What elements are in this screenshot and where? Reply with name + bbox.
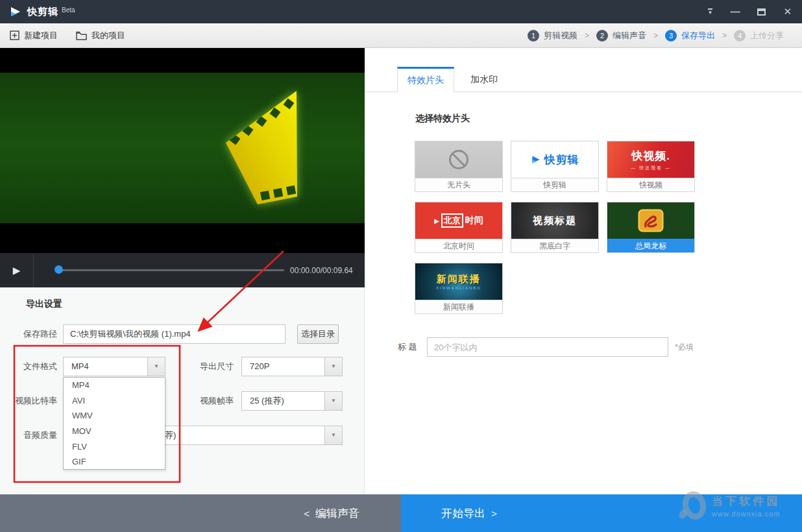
step-separator-icon: >	[653, 31, 658, 40]
intro-label: 快视频	[607, 178, 694, 191]
beijing-boxed-text: 北京	[441, 213, 463, 228]
format-option-gif[interactable]: GIF	[64, 454, 165, 470]
intro-beijing-time[interactable]: ▶ 北京 时间 北京时间	[415, 202, 503, 253]
playback-bar: ▶ 00:00.00/00:09.64	[0, 253, 365, 287]
start-export-button[interactable]: 开始导出 >	[401, 494, 802, 532]
folder-icon	[76, 31, 87, 40]
video-bitrate-label: 视频比特率	[0, 391, 57, 411]
chevron-down-icon[interactable]: ▼	[324, 426, 342, 444]
format-option-mov[interactable]: MOV	[64, 424, 165, 439]
step-label: 保存导出	[681, 30, 715, 42]
beta-badge: Beta	[62, 6, 75, 14]
new-project-button[interactable]: 新建项目	[10, 30, 58, 42]
export-size-select[interactable]: 720P ▼	[241, 357, 343, 376]
beijing-text: 时间	[465, 215, 483, 226]
intro-label: 无片头	[415, 178, 502, 191]
film-strip-graphic	[0, 48, 365, 253]
black-title-text: 视频标题	[533, 215, 577, 227]
beijing-play-icon: ▶	[434, 217, 439, 224]
format-option-mp4[interactable]: MP4	[64, 378, 165, 393]
maximize-icon	[757, 8, 766, 16]
export-size-value: 720P	[250, 357, 269, 376]
app-window: 快剪辑 Beta ▼ — ✕ 新建项目 我的项目 1 剪辑视频 > 2 编辑声音	[0, 0, 802, 532]
video-preview	[0, 48, 365, 253]
kuaishipin-logo-text: 快视频.	[631, 149, 670, 163]
step-number: 3	[665, 30, 677, 42]
close-button[interactable]: ✕	[783, 6, 792, 18]
play-icon: ▶	[13, 265, 21, 276]
chevron-down-icon[interactable]: ▼	[147, 357, 165, 376]
step-number: 1	[528, 30, 539, 42]
edit-audio-back-button[interactable]: < 编辑声音	[0, 494, 401, 532]
intro-label: 黑底白字	[511, 239, 598, 252]
new-project-label: 新建项目	[24, 30, 58, 42]
intro-none[interactable]: 无片头	[415, 141, 503, 192]
my-projects-button[interactable]: 我的项目	[76, 30, 125, 42]
audio-quality-label: 音频质量	[0, 426, 57, 445]
step-label: 剪辑视频	[544, 30, 577, 42]
chevron-left-icon: <	[304, 508, 310, 519]
new-project-icon	[10, 30, 19, 40]
no-intro-icon	[449, 150, 468, 169]
seek-bar[interactable]	[57, 269, 284, 271]
export-settings-panel: 导出设置 保存路径 选择目录 文件格式 MP4 ▼ 导出尺寸 720P ▼ 视频…	[0, 287, 365, 494]
choose-directory-button[interactable]: 选择目录	[297, 324, 339, 344]
intro-label-selected: 总局龙标	[607, 239, 694, 252]
intro-label: 新闻联播	[415, 300, 502, 313]
title-bar: 快剪辑 Beta ▼ — ✕	[0, 0, 802, 23]
minimize-button[interactable]: —	[730, 8, 740, 15]
step-label: 编辑声音	[613, 30, 646, 42]
intro-black-title[interactable]: 视频标题 黑底白字	[511, 202, 599, 253]
chevron-down-icon[interactable]: ▼	[324, 392, 342, 410]
effects-panel: 特效片头 加水印 选择特效片头 无片头 快剪辑 快剪辑 快视频. — 快追我看 …	[365, 48, 802, 494]
step-separator-icon: >	[585, 31, 589, 40]
audio-quality-value: 荐)	[165, 426, 176, 444]
file-format-select[interactable]: MP4 ▼	[63, 357, 165, 376]
format-option-flv[interactable]: FLV	[64, 439, 165, 455]
step-label: 上传分享	[750, 30, 784, 42]
kuaijianji-logo-text: 快剪辑	[544, 152, 579, 167]
video-framerate-select[interactable]: 25 (推荐) ▼	[241, 391, 343, 411]
video-title-input[interactable]	[427, 337, 668, 357]
xinwen-subtext: XINWENLIANBO	[436, 286, 481, 290]
app-logo-icon	[9, 5, 22, 18]
wizard-steps: 1 剪辑视频 > 2 编辑声音 > 3 保存导出 > 4 上传分享	[528, 23, 784, 48]
app-title: 快剪辑	[27, 6, 58, 18]
xinwen-text: 新闻联播	[437, 273, 481, 285]
seek-handle[interactable]	[55, 265, 63, 274]
play-button[interactable]: ▶	[0, 253, 34, 287]
intro-kuaijianji[interactable]: 快剪辑 快剪辑	[511, 141, 599, 192]
kuaishipin-tagline: — 快追我看 —	[631, 165, 671, 171]
step-number: 2	[596, 30, 608, 42]
save-path-label: 保存路径	[0, 324, 57, 344]
toolbar: 新建项目 我的项目 1 剪辑视频 > 2 编辑声音 > 3 保存导出 > 4	[0, 23, 802, 48]
intro-xinwenlianbo[interactable]: 新闻联播 XINWENLIANBO 新闻联播	[415, 263, 503, 314]
file-format-value: MP4	[71, 357, 89, 376]
video-framerate-label: 视频帧率	[184, 391, 234, 411]
format-option-wmv[interactable]: WMV	[64, 408, 165, 424]
intro-dragon-seal[interactable]: 总局龙标	[607, 202, 695, 253]
file-format-label: 文件格式	[0, 357, 57, 376]
footer-bar: < 编辑声音 开始导出 >	[0, 494, 802, 532]
menu-icon[interactable]: ▼	[708, 8, 713, 16]
step-separator-icon: >	[722, 31, 727, 40]
file-format-dropdown: MP4 AVI WMV MOV FLV GIF	[63, 377, 165, 470]
chevron-down-icon[interactable]: ▼	[324, 357, 342, 376]
edit-audio-label: 编辑声音	[315, 506, 359, 521]
step-upload-share[interactable]: 4 上传分享	[734, 30, 784, 42]
intro-kuaishipin[interactable]: 快视频. — 快追我看 — 快视频	[607, 141, 695, 192]
dragon-seal-icon	[638, 209, 664, 232]
format-option-avi[interactable]: AVI	[64, 393, 165, 409]
intro-label: 北京时间	[415, 239, 502, 252]
step-save-export[interactable]: 3 保存导出	[665, 30, 715, 42]
save-path-input[interactable]	[63, 324, 286, 344]
maximize-button[interactable]	[757, 8, 766, 16]
chevron-right-icon: >	[491, 508, 497, 519]
tab-watermark[interactable]: 加水印	[454, 67, 514, 91]
video-title-label: 标 题	[398, 337, 417, 357]
step-edit-audio[interactable]: 2 编辑声音	[596, 30, 646, 42]
tab-intro-effects[interactable]: 特效片头	[397, 67, 454, 92]
start-export-label: 开始导出	[441, 506, 485, 521]
export-settings-title: 导出设置	[26, 298, 62, 310]
step-cut-video[interactable]: 1 剪辑视频	[528, 30, 577, 42]
